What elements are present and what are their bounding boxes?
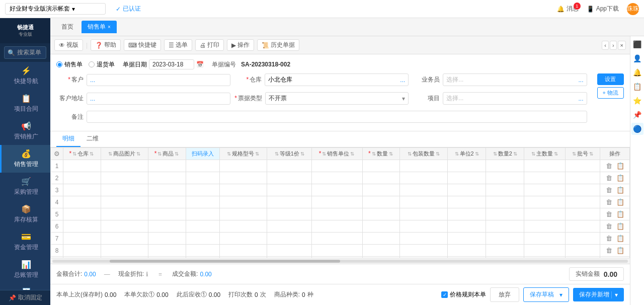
table-row[interactable]: 7🗑📋: [51, 233, 630, 245]
cell-batch[interactable]: [566, 184, 600, 196]
close-button[interactable]: ×: [618, 41, 626, 50]
cell-batch[interactable]: [566, 160, 600, 172]
cell-price[interactable]: [267, 220, 312, 233]
cell-warehouse[interactable]: [63, 172, 101, 184]
tab-2d[interactable]: 二维: [80, 131, 105, 147]
cell-main_qty[interactable]: [524, 208, 566, 220]
cell-barcode[interactable]: [186, 208, 219, 220]
cell-qty2[interactable]: [486, 172, 524, 184]
cell-product[interactable]: [148, 196, 186, 208]
cell-qty[interactable]: [362, 184, 400, 196]
delete-row-button[interactable]: 🗑: [605, 247, 613, 254]
nav-prev-button[interactable]: ‹: [602, 41, 609, 50]
cell-unit[interactable]: [312, 208, 362, 220]
discard-button[interactable]: 放弃: [490, 287, 519, 302]
table-row[interactable]: 9🗑📋: [51, 257, 630, 258]
sidebar-item-project[interactable]: 📋 项目合同: [0, 90, 50, 117]
cell-qty[interactable]: [362, 233, 400, 245]
cell-qty[interactable]: [362, 208, 400, 220]
cell-unit2[interactable]: [448, 196, 486, 208]
cell-batch[interactable]: [566, 245, 600, 257]
cell-barcode[interactable]: [186, 220, 219, 233]
right-icon-5[interactable]: ⭐: [631, 95, 643, 107]
cell-pack_qty[interactable]: [400, 208, 448, 220]
cell-barcode[interactable]: [186, 160, 219, 172]
sidebar-cancel[interactable]: 📌 取消固定: [0, 290, 50, 305]
cell-product_img[interactable]: [101, 160, 148, 172]
tab-close-icon[interactable]: ×: [108, 24, 111, 30]
cell-warehouse[interactable]: [63, 184, 101, 196]
sidebar-item-marketing[interactable]: 📢 营销推广: [0, 117, 50, 145]
cell-main_qty[interactable]: [524, 245, 566, 257]
cell-product[interactable]: [148, 233, 186, 245]
table-row[interactable]: 4🗑📋: [51, 196, 630, 208]
cell-product_img[interactable]: [101, 196, 148, 208]
user-avatar[interactable]: 珠珠: [627, 3, 639, 15]
cell-qty[interactable]: [362, 172, 400, 184]
cell-batch[interactable]: [566, 172, 600, 184]
cell-batch[interactable]: [566, 233, 600, 245]
cell-spec[interactable]: [219, 220, 267, 233]
cell-qty2[interactable]: [486, 245, 524, 257]
remark-input[interactable]: [87, 111, 587, 123]
cell-spec[interactable]: [219, 233, 267, 245]
cell-spec[interactable]: [219, 245, 267, 257]
cell-spec[interactable]: [219, 208, 267, 220]
scroll-thumb[interactable]: [110, 260, 340, 263]
cell-price[interactable]: [267, 233, 312, 245]
cell-main_qty[interactable]: [524, 184, 566, 196]
cell-pack_qty[interactable]: [400, 233, 448, 245]
right-icon-7[interactable]: 🔵: [631, 123, 643, 135]
cell-qty2[interactable]: [486, 184, 524, 196]
cell-qty[interactable]: [362, 245, 400, 257]
cell-unit[interactable]: [312, 160, 362, 172]
info-icon[interactable]: ℹ: [146, 271, 148, 278]
scroll-bar[interactable]: [50, 258, 630, 264]
radio-sales[interactable]: 销售单: [56, 60, 83, 69]
cell-unit[interactable]: [312, 196, 362, 208]
right-icon-2[interactable]: 👤: [631, 52, 643, 64]
sidebar-search[interactable]: 🔍 搜索菜单: [0, 43, 50, 62]
calendar-icon[interactable]: 📅: [196, 61, 204, 68]
cell-unit2[interactable]: [448, 172, 486, 184]
cell-unit[interactable]: [312, 245, 362, 257]
cell-barcode[interactable]: [186, 245, 219, 257]
cell-qty2[interactable]: [486, 220, 524, 233]
cell-spec[interactable]: [219, 184, 267, 196]
cancel-fixed-button[interactable]: 📌 取消固定: [4, 293, 46, 302]
salesperson-input[interactable]: 选择... ...: [443, 73, 587, 86]
cell-pack_qty[interactable]: [400, 160, 448, 172]
save-new-button[interactable]: 保存并新增 ▾: [573, 288, 624, 301]
cell-unit[interactable]: [312, 172, 362, 184]
sidebar-item-purchase[interactable]: 🛒 采购管理: [0, 173, 50, 200]
cell-qty2[interactable]: [486, 160, 524, 172]
cell-product_img[interactable]: [101, 184, 148, 196]
cell-qty[interactable]: [362, 196, 400, 208]
sidebar-item-funds[interactable]: 💳 资金管理: [0, 228, 50, 256]
view-button[interactable]: 👁 视版: [54, 39, 83, 51]
address-input[interactable]: ...: [87, 93, 230, 105]
cell-pack_qty[interactable]: [400, 172, 448, 184]
cell-product[interactable]: [148, 208, 186, 220]
cell-warehouse[interactable]: [63, 233, 101, 245]
warehouse-input[interactable]: 小北仓库 ...: [265, 73, 409, 86]
cell-pack_qty[interactable]: [400, 257, 448, 258]
cell-main_qty[interactable]: [524, 172, 566, 184]
tab-detail[interactable]: 明细: [56, 131, 80, 147]
cell-unit2[interactable]: [448, 233, 486, 245]
cell-spec[interactable]: [219, 196, 267, 208]
right-icon-6[interactable]: 📌: [631, 109, 643, 121]
cell-unit[interactable]: [312, 220, 362, 233]
cell-product[interactable]: [148, 184, 186, 196]
cell-barcode[interactable]: [186, 184, 219, 196]
cell-price[interactable]: [267, 184, 312, 196]
cell-product_img[interactable]: [101, 208, 148, 220]
table-row[interactable]: 8🗑📋: [51, 245, 630, 257]
cell-qty2[interactable]: [486, 196, 524, 208]
operate-button[interactable]: ▶ 操作: [227, 39, 254, 51]
table-row[interactable]: 2🗑📋: [51, 172, 630, 184]
cell-price[interactable]: [267, 257, 312, 258]
cell-barcode[interactable]: [186, 172, 219, 184]
cell-qty2[interactable]: [486, 233, 524, 245]
add-logistics-button[interactable]: + 物流: [597, 87, 624, 99]
